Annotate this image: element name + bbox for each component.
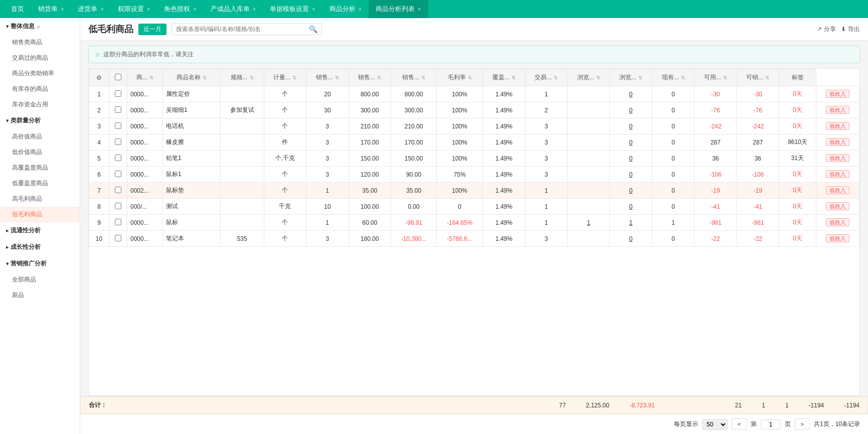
row-checkbox[interactable]: [115, 235, 121, 241]
sort-icon-browse2[interactable]: ⇅: [638, 75, 642, 80]
search-input[interactable]: [176, 26, 309, 33]
sort-icon-browse1[interactable]: ⇅: [596, 75, 600, 80]
th-sales-profit[interactable]: 销售...⇅: [391, 69, 437, 86]
nav-close-roles[interactable]: ×: [193, 6, 196, 12]
sidebar-group-cluster-title[interactable]: ▾ 类群量分析: [0, 112, 80, 129]
nav-home[interactable]: 首页: [4, 0, 31, 18]
sidebar-item-high-value[interactable]: 高价值商品: [0, 129, 80, 144]
sidebar-group-overall-title[interactable]: ▾ 整体信息 «: [0, 18, 80, 35]
nav-close-permissions[interactable]: ×: [147, 6, 150, 12]
nav-close-purchase[interactable]: ×: [100, 6, 103, 12]
th-sales-price[interactable]: 销售...⇅: [349, 69, 391, 86]
search-icon[interactable]: 🔍: [309, 25, 317, 33]
nav-close-templates[interactable]: ×: [312, 6, 315, 12]
th-name[interactable]: 商品名称⇅: [163, 69, 220, 86]
row-checkbox-cell[interactable]: [109, 102, 127, 118]
nav-purchase[interactable]: 进货单 ×: [71, 0, 110, 18]
row-checkbox[interactable]: [115, 203, 121, 209]
nav-close-analysis-list[interactable]: ×: [418, 6, 421, 12]
sort-icon-sales-qty[interactable]: ⇅: [335, 75, 339, 80]
sort-icon-current[interactable]: ⇅: [681, 75, 685, 80]
nav-sales[interactable]: 销货单 ×: [31, 0, 71, 18]
sidebar-item-low-margin[interactable]: 低毛利商品: [0, 207, 80, 222]
sidebar-group-marketing-title[interactable]: ▾ 营销推广分析: [0, 255, 80, 272]
sidebar-item-high-margin[interactable]: 高毛利商品: [0, 191, 80, 207]
th-coverage[interactable]: 覆盖...⇅: [483, 69, 525, 86]
th-spec[interactable]: 规格...⇅: [220, 69, 264, 86]
th-unit[interactable]: 计量...⇅: [264, 69, 306, 86]
th-sales-qty[interactable]: 销售...⇅: [306, 69, 349, 86]
sidebar-item-new-goods[interactable]: 新品: [0, 287, 80, 303]
row-checkbox-cell[interactable]: [109, 231, 127, 247]
th-current[interactable]: 现有...⇅: [652, 69, 694, 86]
th-checkbox[interactable]: [109, 69, 127, 86]
nav-roles[interactable]: 角色授权 ×: [157, 0, 203, 18]
th-available[interactable]: 可用...⇅: [695, 69, 737, 86]
nav-permissions[interactable]: 权限设置 ×: [111, 0, 157, 18]
date-filter-btn[interactable]: 近一月: [138, 24, 166, 35]
sort-icon-available[interactable]: ⇅: [723, 75, 727, 80]
th-trade[interactable]: 交易...⇅: [525, 69, 567, 86]
sidebar-collapse-btn[interactable]: «: [37, 23, 41, 31]
sidebar-item-high-coverage[interactable]: 高覆盖度商品: [0, 160, 80, 176]
nav-close-sales[interactable]: ×: [61, 6, 64, 12]
th-gear[interactable]: ⚙: [89, 69, 109, 86]
sidebar-item-traded-goods[interactable]: 交易过的商品: [0, 50, 80, 66]
sort-icon-coverage[interactable]: ⇅: [511, 75, 515, 80]
sort-icon-spec[interactable]: ⇅: [250, 75, 254, 80]
nav-products[interactable]: 产成品入库单 ×: [204, 0, 263, 18]
sort-icon-code[interactable]: ⇅: [149, 75, 153, 80]
row-checkbox-cell[interactable]: [109, 86, 127, 102]
sort-icon-sales-profit[interactable]: ⇅: [421, 75, 425, 80]
th-code[interactable]: 商...⇅: [127, 69, 163, 86]
sidebar-group-circulation-title[interactable]: ▸ 流通性分析: [0, 222, 80, 239]
row-checkbox[interactable]: [115, 90, 121, 97]
sort-icon-salable[interactable]: ⇅: [765, 75, 769, 80]
per-page-select[interactable]: 50 100 200: [702, 419, 728, 430]
row-checkbox[interactable]: [115, 122, 121, 129]
row-checkbox[interactable]: [115, 187, 121, 193]
row-checkbox-cell[interactable]: [109, 199, 127, 215]
sort-icon-trade[interactable]: ⇅: [554, 75, 558, 80]
next-page-btn[interactable]: ＞: [795, 418, 810, 430]
row-checkbox[interactable]: [115, 138, 121, 145]
sort-icon-gross-rate[interactable]: ⇅: [468, 75, 472, 80]
sidebar-item-low-value[interactable]: 低价值商品: [0, 144, 80, 160]
sidebar-item-stock-capital[interactable]: 库存资金占用: [0, 97, 80, 112]
nav-analysis[interactable]: 商品分析 ×: [322, 0, 369, 18]
row-checkbox-cell[interactable]: [109, 183, 127, 199]
settings-icon[interactable]: ⚙: [96, 74, 102, 81]
sidebar-item-all-goods[interactable]: 全部商品: [0, 272, 80, 287]
nav-close-products[interactable]: ×: [253, 6, 256, 12]
row-checkbox[interactable]: [115, 155, 121, 161]
th-tag[interactable]: 标签: [779, 69, 816, 86]
row-checkbox-cell[interactable]: [109, 167, 127, 183]
row-checkbox-cell[interactable]: [109, 118, 127, 134]
share-button[interactable]: ↗ 分享: [817, 25, 836, 34]
page-number-input[interactable]: [761, 419, 781, 429]
row-checkbox-cell[interactable]: [109, 151, 127, 167]
row-checkbox[interactable]: [115, 106, 121, 113]
nav-analysis-list[interactable]: 商品分析列表 ×: [369, 0, 428, 18]
sort-icon-name[interactable]: ⇅: [203, 75, 207, 80]
sort-icon-unit[interactable]: ⇅: [292, 75, 296, 80]
row-checkbox[interactable]: [115, 171, 121, 177]
th-salable[interactable]: 可销...⇅: [737, 69, 779, 86]
nav-templates[interactable]: 单据模板设置 ×: [263, 0, 322, 18]
sidebar-group-growth-title[interactable]: ▸ 成长性分析: [0, 239, 80, 255]
row-checkbox[interactable]: [115, 219, 121, 225]
th-gross-rate[interactable]: 毛利率⇅: [437, 69, 483, 86]
sidebar-item-low-coverage[interactable]: 低覆盖度商品: [0, 176, 80, 191]
sidebar-item-category-rate[interactable]: 商品分类助销率: [0, 66, 80, 81]
export-button[interactable]: ⬇ 导出: [841, 25, 860, 34]
sort-icon-sales-price[interactable]: ⇅: [377, 75, 381, 80]
nav-close-analysis[interactable]: ×: [359, 6, 362, 12]
sidebar-item-stock-goods[interactable]: 有库存的商品: [0, 81, 80, 97]
row-checkbox-cell[interactable]: [109, 215, 127, 231]
sidebar-item-sales-goods[interactable]: 销售类商品: [0, 35, 80, 50]
select-all-checkbox[interactable]: [115, 74, 121, 80]
th-browse1[interactable]: 浏览...⇅: [568, 69, 610, 86]
prev-page-btn[interactable]: ＜: [732, 418, 747, 430]
row-checkbox-cell[interactable]: [109, 134, 127, 151]
th-browse2[interactable]: 浏览...⇅: [610, 69, 652, 86]
